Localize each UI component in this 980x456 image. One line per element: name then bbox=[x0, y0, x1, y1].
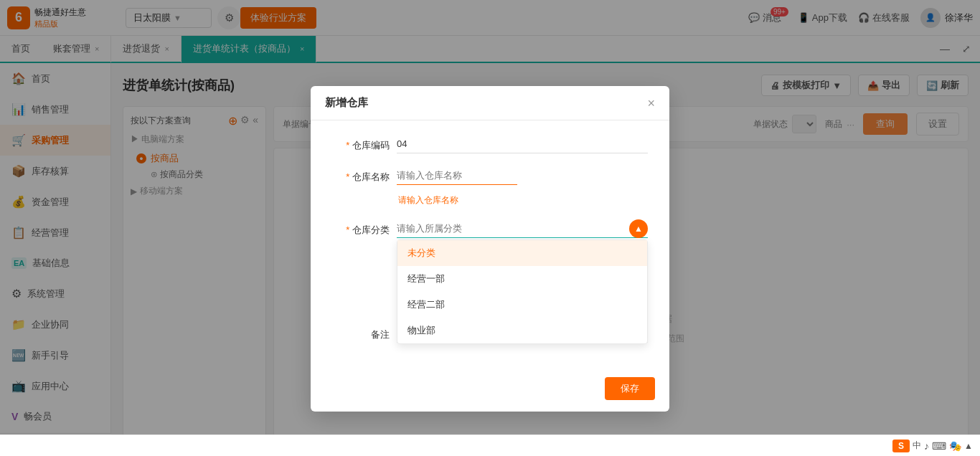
face-icon[interactable]: 🎭 bbox=[949, 440, 961, 452]
modal-title: 新增仓库 bbox=[325, 96, 368, 110]
category-toggle-button[interactable]: ▲ bbox=[629, 219, 648, 238]
modal-header: 新增仓库 × bbox=[311, 86, 669, 120]
modal-footer: 保存 bbox=[311, 370, 669, 412]
warehouse-code-input[interactable] bbox=[397, 135, 648, 153]
new-warehouse-modal: 新增仓库 × 仓库编码 仓库名称 请输入仓库名称 bbox=[311, 86, 669, 412]
save-button[interactable]: 保存 bbox=[605, 377, 655, 400]
category-field-row: 仓库分类 ▲ 未分类 经营一部 经营二部 物业部 bbox=[332, 219, 648, 238]
category-label: 仓库分类 bbox=[332, 219, 390, 237]
name-field-row: 仓库名称 请输入仓库名称 bbox=[332, 166, 648, 206]
modal-close-button[interactable]: × bbox=[647, 97, 655, 110]
code-label: 仓库编码 bbox=[332, 135, 390, 152]
modal-body: 仓库编码 仓库名称 请输入仓库名称 仓库分类 bbox=[311, 120, 669, 370]
code-field-row: 仓库编码 bbox=[332, 135, 648, 153]
category-dropdown: 未分类 经营一部 经营二部 物业部 bbox=[397, 239, 648, 344]
chevron-up-icon[interactable]: ▲ bbox=[964, 441, 973, 451]
keyboard-icon[interactable]: ⌨ bbox=[932, 440, 946, 452]
lang-switch[interactable]: 中 bbox=[913, 440, 921, 452]
name-label: 仓库名称 bbox=[332, 166, 390, 185]
dropdown-item-uncategorized[interactable]: 未分类 bbox=[397, 240, 647, 266]
dropdown-item-dept2[interactable]: 经营二部 bbox=[397, 292, 647, 318]
name-error-msg: 请输入仓库名称 bbox=[398, 195, 458, 205]
brand-logo-bottom: S bbox=[892, 440, 910, 452]
warehouse-name-input[interactable] bbox=[397, 166, 517, 185]
note-label: 备注 bbox=[332, 324, 390, 341]
category-input[interactable] bbox=[397, 219, 648, 238]
status-bar: S 中 ♪ ⌨ 🎭 ▲ bbox=[0, 434, 980, 456]
dropdown-item-property[interactable]: 物业部 bbox=[397, 318, 647, 343]
audio-icon[interactable]: ♪ bbox=[924, 440, 929, 452]
dropdown-item-dept1[interactable]: 经营一部 bbox=[397, 266, 647, 292]
modal-overlay: 新增仓库 × 仓库编码 仓库名称 请输入仓库名称 bbox=[0, 0, 980, 456]
